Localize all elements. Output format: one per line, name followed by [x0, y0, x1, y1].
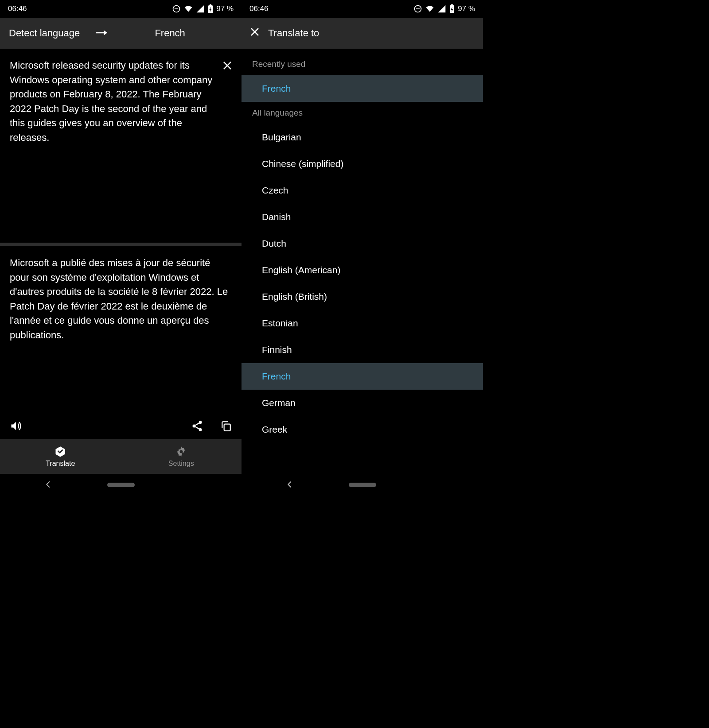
svg-point-14 [179, 450, 183, 453]
output-action-row [0, 412, 242, 439]
bottom-nav: Translate Settings [0, 439, 242, 474]
all-languages-label: All languages [242, 102, 483, 124]
language-option[interactable]: Bulgarian [242, 124, 483, 151]
battery-icon [449, 4, 455, 14]
battery-icon [207, 4, 214, 14]
system-back-icon[interactable] [286, 479, 294, 491]
language-list[interactable]: Recently used French All languages Bulga… [242, 49, 483, 474]
language-option[interactable]: Dutch [242, 230, 483, 257]
svg-line-10 [195, 423, 199, 425]
pane-divider [0, 243, 242, 246]
translate-header: Detect language French [0, 18, 242, 49]
copy-button[interactable] [220, 420, 232, 432]
language-option[interactable]: Danish [242, 204, 483, 230]
translate-content: Microsoft released security updates for … [0, 49, 242, 439]
recently-used-label: Recently used [242, 53, 483, 75]
nav-settings-label: Settings [168, 460, 194, 468]
share-button[interactable] [191, 420, 203, 432]
phone-language-picker: 06:46 97 % Translate t [242, 0, 483, 496]
phone-translate: 06:46 97 % Detect language [0, 0, 242, 496]
wifi-icon [183, 4, 193, 13]
svg-rect-18 [451, 4, 453, 6]
status-icons: 97 % [413, 4, 475, 14]
svg-point-8 [193, 424, 196, 427]
language-picker-header: Translate to [242, 18, 483, 49]
svg-point-9 [199, 428, 202, 431]
dnd-icon [413, 4, 422, 13]
system-nav-bar [0, 474, 242, 496]
dnd-icon [172, 4, 181, 13]
language-option[interactable]: Finnish [242, 337, 483, 363]
source-language-button[interactable]: Detect language [9, 27, 80, 39]
speak-button[interactable] [10, 420, 22, 432]
language-option[interactable]: Chinese (simplified) [242, 151, 483, 177]
status-battery-pct: 97 % [216, 4, 234, 13]
svg-rect-3 [210, 4, 211, 6]
target-text: Microsoft a publié des mises à jour de s… [10, 257, 228, 341]
language-option[interactable]: English (American) [242, 257, 483, 283]
nav-settings[interactable]: Settings [121, 439, 242, 474]
source-text-area[interactable]: Microsoft released security updates for … [0, 49, 242, 243]
source-text: Microsoft released security updates for … [10, 58, 232, 145]
target-text-area: Microsoft a publié des mises à jour de s… [0, 246, 242, 412]
system-home-pill[interactable] [107, 483, 135, 487]
status-battery-pct: 97 % [458, 4, 475, 13]
language-option[interactable]: German [242, 390, 483, 416]
language-option[interactable]: Estonian [242, 310, 483, 337]
picker-title: Translate to [268, 27, 319, 39]
svg-point-7 [199, 421, 202, 424]
nav-translate[interactable]: Translate [0, 439, 121, 474]
language-option[interactable]: English (British) [242, 283, 483, 310]
status-bar: 06:46 97 % [0, 0, 242, 18]
target-language-button[interactable]: French [125, 27, 233, 39]
wifi-icon [425, 4, 435, 13]
language-option[interactable]: Czech [242, 177, 483, 204]
language-option[interactable]: French [242, 75, 483, 102]
signal-icon [196, 4, 205, 13]
language-option[interactable]: Greek [242, 416, 483, 443]
clear-input-button[interactable] [222, 58, 233, 75]
svg-line-11 [195, 426, 199, 429]
close-button[interactable] [249, 27, 260, 40]
system-home-pill[interactable] [349, 483, 376, 487]
status-icons: 97 % [172, 4, 234, 14]
status-bar: 06:46 97 % [242, 0, 483, 18]
language-option[interactable]: French [242, 363, 483, 390]
system-back-icon[interactable] [44, 479, 52, 491]
nav-translate-label: Translate [46, 460, 75, 468]
status-time: 06:46 [8, 4, 27, 13]
svg-rect-12 [224, 424, 230, 430]
swap-arrow-icon[interactable] [87, 28, 118, 39]
signal-icon [437, 4, 446, 13]
system-nav-bar [242, 474, 483, 496]
status-time: 06:46 [249, 4, 269, 13]
